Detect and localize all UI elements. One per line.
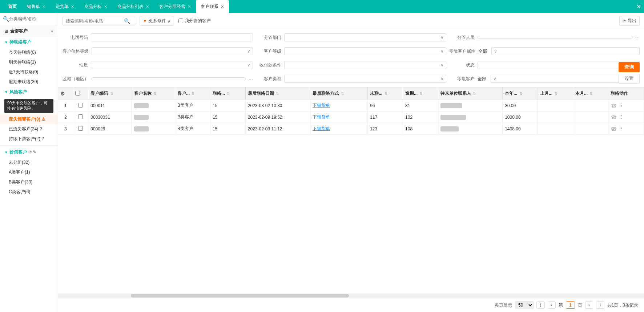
customer-level-select[interactable]: ∨	[284, 47, 446, 55]
sidebar-item-class-c[interactable]: C类客户(6)	[0, 187, 58, 197]
close-customer-contact-icon[interactable]: ✕	[221, 4, 224, 9]
close-purchase-icon[interactable]: ✕	[71, 4, 74, 9]
select-all-checkbox[interactable]	[75, 91, 80, 96]
th-no-contact[interactable]: 未联... ⇅	[368, 88, 403, 100]
sidebar-item-today[interactable]: 今天待联络(0)	[0, 48, 58, 57]
sidebar-item-declining[interactable]: 持续下滑客户(2) ?	[0, 134, 58, 144]
row3-contact-icon[interactable]: ☎	[611, 126, 617, 132]
phone-input[interactable]	[91, 33, 253, 41]
sidebar-item-7days[interactable]: 近7天待联络(0)	[0, 67, 58, 77]
sidebar-item-ungrouped[interactable]: 未分组(32)	[0, 158, 58, 167]
sidebar-item-churned[interactable]: 已流失客户(24) ?	[0, 124, 58, 134]
scrollbar-thumb[interactable]	[131, 294, 349, 297]
search-submit-icon[interactable]: 🔍	[124, 18, 130, 24]
nav-tab-analysis-list[interactable]: 商品分析列表 ✕	[112, 0, 154, 13]
retail-customer-select[interactable]: ∨	[491, 75, 640, 83]
customer-type-select[interactable]: ∨	[284, 75, 446, 83]
status-select[interactable]: ∨	[478, 61, 640, 69]
manager-dots-icon[interactable]: ···	[635, 35, 640, 40]
nature-chevron-icon: ∨	[247, 62, 250, 68]
sidebar-item-churn-warning[interactable]: 流失预警客户(3) ⚠	[0, 114, 58, 124]
th-last-method[interactable]: 最后联络方式 ⇅	[310, 88, 368, 100]
manager-select[interactable]	[478, 36, 632, 39]
search-input-wrap[interactable]: 🔍	[63, 17, 135, 25]
row3-more-icon[interactable]: ⠿	[619, 126, 623, 132]
nature-select[interactable]: ∨	[91, 61, 253, 69]
nav-tab-home[interactable]: 首页	[3, 0, 22, 13]
region-select[interactable]	[92, 77, 246, 80]
th-contact[interactable]: 联络... ⇅	[210, 88, 245, 100]
row3-method[interactable]: 下销货单	[310, 123, 368, 135]
nav-tab-analysis[interactable]: 商品分析 ✕	[79, 0, 112, 13]
settings-gear-icon[interactable]: ⚙	[60, 91, 65, 97]
row1-checkbox[interactable]	[73, 100, 88, 112]
nav-tab-customer-contact[interactable]: 客户联系 ✕	[196, 0, 229, 13]
row2-more-icon[interactable]: ⠿	[619, 114, 623, 120]
prev-page-button[interactable]: ‹	[548, 301, 556, 309]
search-input[interactable]	[66, 19, 124, 24]
sidebar-item-class-a[interactable]: A类客户(1)	[0, 167, 58, 177]
price-level-select[interactable]: ∨	[92, 47, 253, 55]
sidebar-search-input[interactable]	[9, 16, 58, 21]
row1-method-link[interactable]: 下销货单	[313, 103, 330, 108]
next-page-button[interactable]: ›	[585, 301, 593, 309]
th-type[interactable]: 客户... ⇅	[175, 88, 210, 100]
more-filter-button[interactable]: ▼ 更多条件 ∧	[140, 16, 174, 26]
row1-method[interactable]: 下销货单	[310, 100, 368, 112]
window-close-icon[interactable]: ✕	[636, 3, 641, 10]
collapse-icon[interactable]: «	[51, 29, 53, 34]
refresh-value-icon[interactable]: ⟳	[28, 150, 32, 155]
nav-tab-purchase[interactable]: 进货单 ✕	[51, 0, 79, 13]
sidebar-group-risk[interactable]: ▼ 风险客户	[0, 87, 58, 97]
row1-no-contact: 96	[368, 100, 403, 112]
th-this-year[interactable]: 本年... ⇅	[503, 88, 538, 100]
page-size-select[interactable]: 50 100 200	[515, 301, 534, 309]
retail-attr-chevron-icon: ∨	[494, 49, 497, 54]
row2-checkbox[interactable]	[73, 112, 88, 123]
edit-value-icon[interactable]: ✎	[33, 150, 36, 155]
row2-contact-icon[interactable]: ☎	[611, 114, 617, 120]
th-checkbox[interactable]	[73, 88, 88, 100]
row3-method-link[interactable]: 下销货单	[313, 126, 330, 131]
close-analysis-icon[interactable]: ✕	[104, 4, 107, 9]
row3-date: 2023-02-03 11:12:	[245, 123, 310, 135]
settings-button[interactable]: 设置	[619, 74, 640, 84]
retail-attr-select[interactable]: ∨	[491, 47, 640, 55]
th-this-month[interactable]: 本月... ⇅	[573, 88, 608, 100]
th-overdue[interactable]: 逾期... ⇅	[403, 88, 438, 100]
th-last-date[interactable]: 最后联络日期 ⇅	[245, 88, 310, 100]
my-customers-checkbox-wrap[interactable]: 我分管的客户	[178, 18, 211, 24]
close-customer-tier-icon[interactable]: ✕	[188, 4, 191, 9]
nav-tab-sales[interactable]: 销售单 ✕	[22, 0, 51, 13]
th-last-month[interactable]: 上月... ⇅	[538, 88, 573, 100]
nav-tab-customer-tier[interactable]: 客户分层经营 ✕	[154, 0, 196, 13]
sidebar-item-tomorrow[interactable]: 明天待联络(1)	[0, 57, 58, 67]
sidebar-item-class-b[interactable]: B类客户(33)	[0, 177, 58, 187]
row2-method[interactable]: 下销货单	[310, 112, 368, 123]
first-page-button[interactable]: ⟨	[536, 301, 545, 309]
sidebar-item-overdue[interactable]: 逾期未联络(30)	[0, 77, 58, 87]
th-contact-person[interactable]: 往来单位联系人 ⇅	[438, 88, 502, 100]
sidebar-search-icon[interactable]: 🔍	[3, 16, 9, 22]
close-analysis-list-icon[interactable]: ✕	[146, 4, 149, 9]
th-code[interactable]: 客户编码 ⇅	[88, 88, 132, 100]
last-page-button[interactable]: ⟩	[596, 301, 604, 309]
current-page-button[interactable]: 1	[566, 301, 575, 309]
row1-more-icon[interactable]: ⠿	[619, 103, 623, 109]
sidebar-group-pending[interactable]: ▼ 待联络客户	[0, 37, 58, 48]
payment-select[interactable]: ∨	[284, 61, 446, 69]
th-name[interactable]: 客户名称 ⇅	[132, 88, 175, 100]
th-settings[interactable]: ⚙	[58, 88, 73, 100]
sidebar-group-value[interactable]: ▼ 价值客户 ⟳ ✎	[0, 147, 58, 158]
row2-method-link[interactable]: 下销货单	[313, 114, 330, 119]
export-button[interactable]: ⟳ 导出	[619, 16, 640, 26]
region-dots-icon[interactable]: ···	[249, 76, 253, 82]
sidebar-all-customers[interactable]: ⊞ 全部客户 «	[0, 25, 58, 37]
my-customers-checkbox[interactable]	[178, 19, 183, 23]
row3-checkbox[interactable]	[73, 123, 88, 135]
close-sales-icon[interactable]: ✕	[42, 4, 45, 9]
horizontal-scrollbar[interactable]	[58, 293, 644, 298]
query-button[interactable]: 查询	[619, 62, 640, 72]
row1-contact-icon[interactable]: ☎	[611, 103, 617, 109]
dept-select[interactable]: ∨	[284, 33, 446, 41]
